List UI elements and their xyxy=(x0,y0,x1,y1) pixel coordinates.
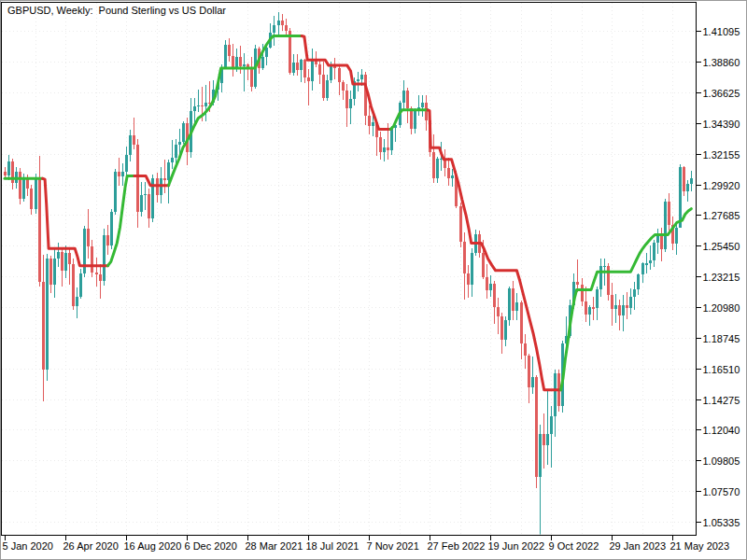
candle-up xyxy=(7,155,10,179)
candle-down xyxy=(296,54,299,77)
candle-up xyxy=(588,305,591,327)
candle-down xyxy=(87,209,90,259)
time-axis-label: 18 Jul 2021 xyxy=(306,540,359,552)
candle-up xyxy=(471,248,473,297)
candle-down xyxy=(228,38,231,61)
time-axis-label: 19 Jun 2022 xyxy=(488,540,545,552)
indicator-segment-up xyxy=(169,36,303,186)
candle-down xyxy=(486,264,488,299)
candle-up xyxy=(151,175,154,222)
candle-down xyxy=(11,159,14,189)
candle-down xyxy=(318,61,321,84)
candle-down xyxy=(425,95,428,130)
candle-up xyxy=(622,295,625,332)
time-axis[interactable]: 5 Jan 202026 Apr 202016 Aug 20206 Dec 20… xyxy=(3,536,730,553)
candle-down xyxy=(576,259,579,292)
candle-up xyxy=(504,316,507,346)
time-axis-label: 21 May 2023 xyxy=(670,540,730,552)
candle-down xyxy=(156,173,159,203)
candle-down xyxy=(49,256,52,293)
candle-down xyxy=(30,185,33,215)
price-axis-label: 1.34390 xyxy=(703,119,740,130)
candle-down xyxy=(618,300,621,330)
price-axis-label: 1.25450 xyxy=(703,241,740,252)
candle-down xyxy=(463,232,466,299)
grid-layer xyxy=(2,3,697,536)
candle-up xyxy=(629,288,632,315)
candle-down xyxy=(493,281,496,324)
candle-up xyxy=(596,287,599,321)
candle-down xyxy=(585,287,587,322)
candle-up xyxy=(349,91,352,123)
candle-up xyxy=(539,425,542,547)
time-axis-label: 6 Dec 2020 xyxy=(185,540,237,552)
price-axis-label: 1.12040 xyxy=(703,425,740,436)
time-axis-label: 27 Feb 2022 xyxy=(428,540,486,552)
candle-down xyxy=(38,156,41,287)
time-axis-label: 16 Aug 2020 xyxy=(124,540,182,552)
price-axis[interactable]: 1.410951.388601.366251.343901.321551.299… xyxy=(697,26,740,528)
candle-down xyxy=(118,158,120,185)
candle-down xyxy=(660,228,663,261)
candle-down xyxy=(447,158,450,186)
candle-up xyxy=(656,229,659,254)
candle-down xyxy=(232,44,234,77)
candle-down xyxy=(333,58,336,79)
candle-down xyxy=(500,313,503,353)
candle-down xyxy=(683,166,685,196)
candle-down xyxy=(148,189,150,229)
candle-down xyxy=(4,167,7,178)
trend-indicator-layer xyxy=(5,36,691,390)
time-axis-label: 5 Jan 2020 xyxy=(3,540,53,552)
price-axis-label: 1.16510 xyxy=(703,364,740,375)
candle-up xyxy=(402,80,405,109)
candle-up xyxy=(76,287,78,317)
candle-down xyxy=(535,375,538,488)
candle-up xyxy=(679,164,682,228)
candle-down xyxy=(342,80,345,100)
candle-down xyxy=(281,14,284,31)
price-axis-label: 1.09805 xyxy=(703,455,740,467)
candle-down xyxy=(524,334,527,369)
candle-up xyxy=(357,72,359,91)
time-axis-label: 9 Oct 2022 xyxy=(549,540,599,552)
candle-up xyxy=(653,240,655,267)
candle-up xyxy=(508,287,511,326)
candle-down xyxy=(592,297,595,320)
candle-down xyxy=(68,248,71,284)
chart-title: GBPUSD, Weekly: Pound Sterling vs US Dol… xyxy=(7,5,226,16)
candle-up xyxy=(292,54,295,76)
candle-up xyxy=(273,16,275,46)
plot-border xyxy=(2,3,697,536)
candle-up xyxy=(649,245,652,270)
candle-up xyxy=(417,95,420,117)
price-chart-canvas[interactable]: 1.410951.388601.366251.343901.321551.299… xyxy=(0,0,747,560)
candle-up xyxy=(645,253,648,273)
candle-up xyxy=(489,275,492,298)
candle-up xyxy=(531,357,534,394)
candle-down xyxy=(338,66,341,96)
price-axis-label: 1.32155 xyxy=(703,149,740,161)
candle-up xyxy=(121,163,124,186)
candle-down xyxy=(432,134,435,183)
candle-up xyxy=(57,243,60,267)
candles-layer xyxy=(4,12,693,547)
candle-down xyxy=(379,132,382,160)
candle-down xyxy=(106,225,109,255)
time-axis-label: 26 Apr 2020 xyxy=(63,540,119,552)
price-axis-label: 1.36625 xyxy=(703,88,740,99)
candle-up xyxy=(546,390,549,465)
candle-up xyxy=(129,130,132,161)
candle-up xyxy=(46,254,49,381)
candle-down xyxy=(467,265,470,298)
candle-down xyxy=(459,203,462,247)
candle-up xyxy=(599,259,602,297)
candle-up xyxy=(633,282,636,311)
candle-down xyxy=(520,301,523,358)
candle-up xyxy=(182,121,185,144)
candle-up xyxy=(637,273,640,295)
candle-up xyxy=(550,406,553,469)
indicator-segment-down xyxy=(428,110,561,390)
candle-down xyxy=(607,263,610,301)
candle-down xyxy=(543,413,545,469)
